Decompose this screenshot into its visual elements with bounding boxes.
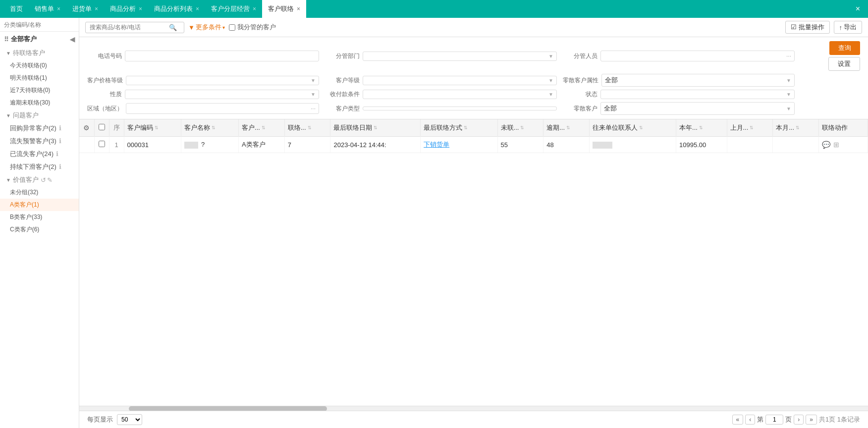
th-last-month: 上月... ⇅: [727, 119, 773, 137]
region-input[interactable]: ···: [126, 103, 319, 114]
close-tab-sales[interactable]: ×: [57, 5, 60, 12]
sidebar-item-ungrouped[interactable]: 未分组(32): [0, 186, 79, 199]
nav-home[interactable]: 首页: [4, 0, 29, 18]
prev-page-btn[interactable]: ‹: [745, 415, 755, 425]
customer-table: ⚙ 序 客户编码 ⇅: [79, 119, 868, 153]
select-all-checkbox[interactable]: [99, 124, 105, 130]
sort-icon-9[interactable]: ⇅: [639, 125, 643, 130]
refresh-icon[interactable]: ↺: [41, 176, 46, 184]
td-last-month: [727, 137, 773, 153]
batch-ops-button[interactable]: ☑ 批量操作: [785, 21, 829, 34]
close-tab-customer-segment[interactable]: ×: [253, 5, 256, 12]
sidebar-item-churned[interactable]: 已流失客户(24) ℹ: [0, 148, 79, 160]
dept-dropdown[interactable]: ▼: [363, 52, 557, 61]
filter-icon: ▼: [188, 24, 195, 31]
first-page-btn[interactable]: «: [732, 415, 744, 425]
filter-retail-customer: 零散客户 全部 ▼: [563, 102, 795, 115]
sidebar-item-7days[interactable]: 近7天待联络(0): [0, 84, 79, 97]
sidebar-item-class-a[interactable]: A类客户(1): [0, 199, 79, 211]
close-tab-purchase[interactable]: ×: [95, 5, 98, 12]
sort-icon-11[interactable]: ⇅: [750, 125, 754, 130]
filter-manager: 分管人员 ···: [563, 51, 795, 61]
sort-icon-6[interactable]: ⇅: [464, 125, 468, 130]
phone-input[interactable]: [125, 51, 319, 61]
sort-icon-2[interactable]: ⇅: [212, 125, 216, 130]
my-customers-checkbox[interactable]: [229, 24, 235, 31]
search-input[interactable]: [90, 24, 169, 31]
nav-tab-customer-segment[interactable]: 客户分层经营 ×: [205, 0, 262, 18]
retail-attr-dropdown[interactable]: 全部 ▼: [601, 74, 795, 87]
page-input[interactable]: [765, 415, 783, 425]
th-contact-person: 往来单位联系人 ⇅: [589, 119, 676, 137]
sidebar-collapse-btn[interactable]: ◀: [70, 36, 75, 43]
close-tab-analysis[interactable]: ×: [139, 5, 142, 12]
customer-level-dropdown[interactable]: ▼: [363, 76, 557, 85]
payment-dropdown[interactable]: ▼: [363, 90, 557, 99]
sidebar-item-declining[interactable]: 持续下滑客户(2) ℹ: [0, 160, 79, 173]
group-problem-customers[interactable]: ▼ 问题客户: [0, 109, 79, 122]
sidebar-item-overdue[interactable]: 逾期未联络(30): [0, 97, 79, 109]
grid-action-icon[interactable]: ⊞: [833, 141, 839, 149]
customer-type-input[interactable]: [363, 107, 557, 110]
close-tab-analysis-list[interactable]: ×: [196, 5, 199, 12]
sidebar-item-today[interactable]: 今天待联络(0): [0, 59, 79, 72]
nav-tab-purchase[interactable]: 进货单 ×: [66, 0, 104, 18]
th-overdue: 逾期... ⇅: [543, 119, 590, 137]
sort-icon-3[interactable]: ⇅: [262, 125, 266, 130]
sort-icon-10[interactable]: ⇅: [699, 125, 703, 130]
info-icon-3: ℹ: [56, 150, 58, 158]
search-icon[interactable]: 🔍: [169, 24, 177, 31]
close-tab-customer-contact[interactable]: ×: [297, 5, 300, 12]
more-conditions-btn[interactable]: ▼ 更多条件 ▾: [188, 23, 225, 32]
td-overdue: 48: [543, 137, 590, 153]
sidebar-item-repurchase-abnormal[interactable]: 回购异常客户(2) ℹ: [0, 122, 79, 135]
th-name: 客户名称 ⇅: [181, 119, 239, 137]
nav-tab-sales[interactable]: 销售单 ×: [29, 0, 66, 18]
settings-icon[interactable]: ⚙: [83, 124, 90, 132]
group-value-customers[interactable]: ▼ 价值客户 ↺ ✎: [0, 173, 79, 186]
chat-action-icon[interactable]: 💬: [822, 141, 830, 149]
chevron-icon-2: ▼: [548, 78, 553, 83]
edit-group-icon[interactable]: ✎: [47, 176, 53, 184]
sidebar-item-tomorrow[interactable]: 明天待联络(1): [0, 72, 79, 84]
sidebar-search-input[interactable]: [4, 21, 78, 28]
last-method-link[interactable]: 下销货单: [424, 141, 449, 148]
nature-label: 性质: [87, 90, 122, 99]
sort-icon-7[interactable]: ⇅: [520, 125, 524, 130]
filter-bar-right: ☑ 批量操作 ↑ 导出: [785, 21, 862, 34]
nature-dropdown[interactable]: ▼: [125, 90, 319, 99]
per-page-select[interactable]: 50 20 100: [117, 414, 142, 425]
group-pending-contact[interactable]: ▼ 待联络客户: [0, 47, 79, 59]
manager-input[interactable]: ···: [600, 51, 795, 61]
row-checkbox[interactable]: [99, 141, 105, 147]
nav-tab-analysis-list[interactable]: 商品分析列表 ×: [148, 0, 205, 18]
chevron-icon-7: ▼: [786, 106, 791, 111]
th-code: 客户编码 ⇅: [124, 119, 181, 137]
price-level-dropdown[interactable]: ▼: [126, 76, 319, 85]
all-customers-header: ⠿ 全部客户 ◀: [0, 32, 79, 47]
close-all-tabs[interactable]: ×: [852, 4, 864, 13]
last-page-btn[interactable]: »: [806, 415, 817, 425]
next-page-btn[interactable]: ›: [794, 415, 804, 425]
sort-icon-12[interactable]: ⇅: [796, 125, 800, 130]
setting-button[interactable]: 设置: [828, 57, 860, 71]
sidebar-item-class-b[interactable]: B类客户(33): [0, 211, 79, 223]
sort-icon-8[interactable]: ⇅: [566, 125, 570, 130]
total-count: 共1页 1条记录: [819, 415, 860, 424]
nav-tab-customer-contact[interactable]: 客户联络 ×: [262, 0, 306, 18]
chevron-down-icon: ▾: [222, 25, 225, 30]
sidebar-item-class-c[interactable]: C类客户(6): [0, 223, 79, 236]
bottom-bar: 每页显示 50 20 100 « ‹ 第 页 › » 共1页 1条记录: [79, 411, 868, 428]
sidebar-item-churn-warning[interactable]: 流失预警客户(3) ℹ: [0, 135, 79, 148]
th-this-year: 本年... ⇅: [676, 119, 727, 137]
nav-tab-analysis[interactable]: 商品分析 ×: [104, 0, 148, 18]
horizontal-scrollbar[interactable]: [79, 406, 868, 411]
my-customers-label[interactable]: 我分管的客户: [229, 23, 276, 32]
sort-icon[interactable]: ⇅: [155, 125, 159, 130]
retail-customer-dropdown[interactable]: 全部 ▼: [600, 102, 795, 115]
status-dropdown[interactable]: ▼: [600, 90, 795, 99]
sort-icon-4[interactable]: ⇅: [308, 125, 312, 130]
query-button[interactable]: 查询: [829, 41, 860, 55]
export-button[interactable]: ↑ 导出: [834, 21, 863, 34]
sort-icon-5[interactable]: ⇅: [374, 125, 378, 130]
